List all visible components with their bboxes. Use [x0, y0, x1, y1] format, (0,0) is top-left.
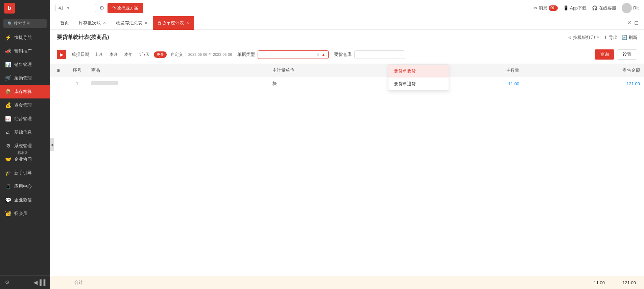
settings-icon[interactable]: ⚙: [5, 279, 9, 286]
sidebar-item-marketing[interactable]: 📣 营销推广: [0, 44, 50, 58]
sidebar-item-purchase[interactable]: 🛒 采购管理: [0, 71, 50, 85]
sidebar-item-wechat[interactable]: 💬 企业微信: [0, 193, 50, 207]
marketing-icon: 📣: [5, 48, 11, 54]
sidebar-item-operation[interactable]: 📈 经营管理: [0, 112, 50, 126]
sidebar-item-guide[interactable]: 🎓 新手引导: [0, 166, 50, 180]
table-footer: 合计 11.00 121.00: [50, 276, 644, 289]
tab-order-stats[interactable]: 要货单统计表 ✕: [153, 16, 194, 30]
main-area: 41 ▼ ⚙ 体验行业方案 ✉ 消息 99+ 📱 App下载 🎧 在线客服 R: [50, 0, 644, 289]
online-service-button[interactable]: 🎧 在线客服: [592, 5, 616, 11]
sales-icon: 📊: [5, 61, 11, 68]
avatar-image: [622, 3, 632, 13]
selector-arrow-icon: ▼: [66, 5, 70, 10]
date-tab-custom[interactable]: 自定义: [168, 51, 186, 59]
row-unit-cell: 块: [268, 77, 403, 90]
date-tabs: 上月 本月 本年 近7天 更多 自定义: [92, 51, 186, 59]
row-product-cell: [87, 77, 268, 90]
topbar: 41 ▼ ⚙ 体验行业方案 ✉ 消息 99+ 📱 App下载 🎧 在线客服 R: [50, 0, 644, 16]
type-dropdown-arrow[interactable]: ▲: [321, 52, 326, 57]
sidebar-item-basic[interactable]: 🗂 基础信息: [0, 126, 50, 139]
company-selector[interactable]: 41 ▼: [55, 4, 96, 12]
warehouse-more-icon[interactable]: ···: [398, 52, 402, 57]
type-input[interactable]: [261, 52, 315, 57]
refresh-icon: 🔄: [622, 35, 627, 40]
data-table: ⚙ 序号 商品 主计量单位 主数量 零售金额 1: [50, 64, 644, 90]
guide-icon: 🎓: [5, 170, 11, 176]
sidebar-item-quick-nav[interactable]: ⚡ 快捷导航: [0, 31, 50, 44]
sidebar-collapse-button[interactable]: ◀: [50, 138, 54, 151]
topbar-left: 41 ▼ ⚙ 体验行业方案: [55, 3, 143, 13]
page-actions: 🖨 按模板打印 ▼ ⬇ 导出 🔄 刷新: [567, 35, 637, 41]
print-arrow-icon: ▼: [596, 36, 600, 39]
date-tab-this-year[interactable]: 本年: [122, 51, 135, 59]
sidebar-item-inventory[interactable]: 📦 库存核算: [0, 85, 50, 98]
date-tab-this-month[interactable]: 本月: [107, 51, 120, 59]
collapse-audio-icon[interactable]: ◀▐▐: [33, 279, 45, 286]
tab-close-order-stats[interactable]: ✕: [186, 21, 189, 25]
headset-icon: 🎧: [592, 5, 597, 10]
footer-qty: 11.00: [541, 280, 609, 285]
filter-action-buttons: 查询 设置: [595, 49, 637, 60]
sidebar-item-appstore[interactable]: 📱 应用中心: [0, 180, 50, 193]
th-settings[interactable]: ⚙: [50, 64, 67, 77]
sidebar-item-sales[interactable]: 📊 销售管理: [0, 58, 50, 71]
tabs-close-all-icon[interactable]: ✕: [627, 20, 631, 26]
print-button[interactable]: 🖨 按模板打印 ▼: [567, 35, 600, 41]
tab-batch-account[interactable]: 库存批次账 ✕: [74, 16, 111, 30]
query-button[interactable]: 查询: [595, 49, 614, 60]
tabs-bar: 首页 库存批次账 ✕ 收发存汇总表 ✕ 要货单统计表 ✕ ✕ ⊡: [50, 16, 644, 30]
dropdown-item-order-goods[interactable]: 要货单要货: [388, 65, 449, 77]
settings-button[interactable]: 设置: [617, 49, 637, 60]
type-dropdown: 要货单要货 要货单退货: [388, 64, 449, 91]
date-tab-more[interactable]: 更多: [154, 51, 167, 58]
trial-button[interactable]: 体验行业方案: [108, 3, 143, 13]
warehouse-input[interactable]: ···: [354, 50, 405, 59]
table-wrap: ⚙ 序号 商品 主计量单位 主数量 零售金额 1: [50, 64, 644, 276]
date-tab-7days[interactable]: 近7天: [137, 51, 152, 59]
sidebar-bottom: ⚙ ◀▐▐: [0, 275, 50, 289]
th-product: 商品: [87, 64, 268, 77]
th-unit: 主计量单位: [268, 64, 403, 77]
sidebar-item-system[interactable]: ⚙ 系统管理: [0, 139, 50, 153]
date-tab-last-month[interactable]: 上月: [92, 51, 105, 59]
topbar-gear-icon[interactable]: ⚙: [99, 5, 104, 11]
tab-close-recv-summary[interactable]: ✕: [144, 21, 148, 25]
sidebar-item-finance[interactable]: 💰 资金管理: [0, 98, 50, 112]
type-input-wrap: ✕ ▲: [258, 50, 329, 59]
dropdown-item-order-return[interactable]: 要货单退货: [388, 77, 449, 90]
row-amount-cell: 121.00: [523, 77, 644, 90]
table-body: 1 块 11.00 121.00: [50, 77, 644, 90]
export-icon: ⬇: [604, 35, 607, 40]
type-filter-group: 单据类型 ✕ ▲ 要货单要货 要货单退货: [237, 50, 329, 59]
sidebar-item-vip[interactable]: 👑 畅会员: [0, 207, 50, 220]
message-icon: ✉: [533, 5, 537, 10]
filter-toggle-button[interactable]: ▶: [57, 50, 66, 59]
type-input-clear-icon[interactable]: ✕: [316, 52, 320, 57]
footer-amount: 121.00: [613, 280, 640, 285]
tab-home[interactable]: 首页: [55, 16, 74, 30]
app-download-button[interactable]: 📱 App下载: [563, 5, 587, 11]
sidebar-item-enterprise[interactable]: 🤝 企业协同: [0, 153, 50, 166]
inventory-icon: 📦: [5, 88, 11, 95]
refresh-button[interactable]: 🔄 刷新: [622, 35, 637, 41]
row-num-cell: 1: [67, 77, 87, 90]
enterprise-icon: 🤝: [5, 156, 11, 163]
messages-button[interactable]: ✉ 消息 99+: [533, 5, 558, 11]
tab-close-batch-account[interactable]: ✕: [103, 21, 106, 25]
export-button[interactable]: ⬇ 导出: [604, 35, 618, 41]
sidebar-search[interactable]: 🔍 搜索菜单: [3, 19, 47, 28]
tabs-expand-icon[interactable]: ⊡: [634, 20, 639, 26]
table-row: 1 块 11.00 121.00: [50, 77, 644, 90]
th-num: 序号: [67, 64, 87, 77]
footer-label: 合计: [74, 280, 95, 286]
topbar-right: ✉ 消息 99+ 📱 App下载 🎧 在线客服 Rit: [533, 3, 639, 13]
page-header: 要货单统计表(按商品) 🖨 按模板打印 ▼ ⬇ 导出 🔄 刷新: [50, 30, 644, 45]
sidebar: b 畅捷通好生意 标准版 🔍 搜索菜单 ⚡ 快捷导航 📣 营销推广 📊 销售管理…: [0, 0, 50, 289]
finance-icon: 💰: [5, 102, 11, 109]
page-title: 要货单统计表(按商品): [57, 34, 109, 41]
operation-icon: 📈: [5, 115, 11, 122]
purchase-icon: 🛒: [5, 75, 11, 82]
warehouse-filter-group: 要货仓库 ···: [334, 50, 405, 59]
user-avatar[interactable]: Rit: [622, 3, 639, 13]
tab-recv-summary[interactable]: 收发存汇总表 ✕: [111, 16, 153, 30]
